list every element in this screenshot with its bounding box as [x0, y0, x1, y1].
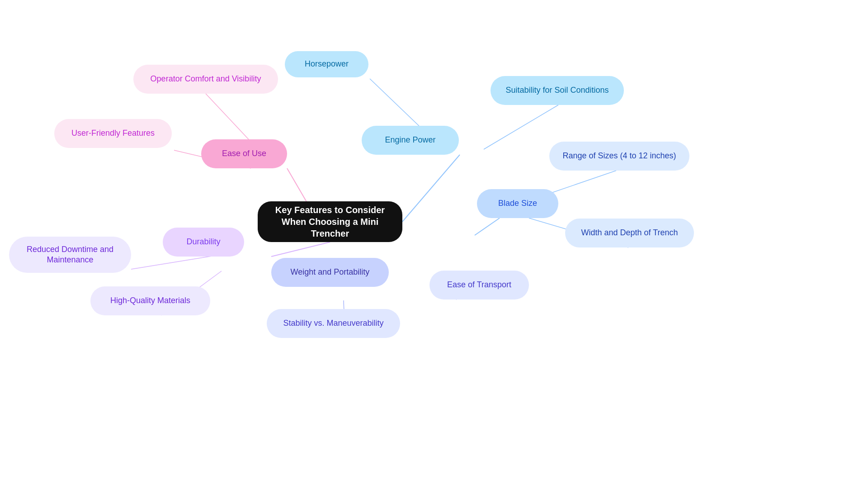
center-node: Key Features to Consider When Choosing a…: [258, 201, 402, 242]
svg-line-13: [131, 256, 215, 269]
engine-power-node: Engine Power: [362, 126, 459, 155]
ease-of-use-label: Ease of Use: [222, 148, 266, 159]
width-depth-node: Width and Depth of Trench: [565, 219, 694, 247]
stability-label: Stability vs. Maneuverability: [283, 318, 383, 328]
reduced-downtime-label: Reduced Downtime and Maintenance: [22, 244, 118, 266]
stability-node: Stability vs. Maneuverability: [267, 309, 400, 338]
high-quality-label: High-Quality Materials: [110, 295, 190, 306]
range-sizes-label: Range of Sizes (4 to 12 inches): [562, 151, 676, 161]
blade-size-node: Blade Size: [477, 189, 558, 218]
ease-of-use-node: Ease of Use: [201, 139, 287, 168]
horsepower-label: Horsepower: [305, 59, 349, 69]
range-sizes-node: Range of Sizes (4 to 12 inches): [549, 142, 689, 171]
ease-transport-label: Ease of Transport: [447, 280, 511, 290]
durability-label: Durability: [186, 237, 220, 247]
horsepower-node: Horsepower: [285, 51, 368, 77]
center-label: Key Features to Consider When Choosing a…: [270, 204, 390, 239]
width-depth-label: Width and Depth of Trench: [581, 228, 678, 238]
blade-size-label: Blade Size: [498, 198, 537, 209]
svg-line-3: [402, 155, 460, 222]
soil-conditions-node: Suitability for Soil Conditions: [491, 76, 624, 105]
user-friendly-label: User-Friendly Features: [71, 128, 155, 138]
engine-power-label: Engine Power: [385, 135, 435, 145]
durability-node: Durability: [163, 228, 244, 257]
ease-transport-node: Ease of Transport: [429, 271, 529, 300]
soil-conditions-label: Suitability for Soil Conditions: [505, 85, 609, 95]
reduced-downtime-node: Reduced Downtime and Maintenance: [9, 237, 131, 273]
svg-line-12: [271, 242, 330, 257]
svg-line-6: [475, 218, 500, 235]
weight-portability-node: Weight and Portability: [271, 258, 389, 287]
weight-portability-label: Weight and Portability: [291, 267, 370, 277]
operator-comfort-label: Operator Comfort and Visibility: [151, 74, 261, 84]
svg-line-5: [484, 105, 558, 149]
operator-comfort-node: Operator Comfort and Visibility: [133, 65, 278, 94]
user-friendly-node: User-Friendly Features: [54, 119, 172, 148]
high-quality-node: High-Quality Materials: [90, 286, 210, 315]
